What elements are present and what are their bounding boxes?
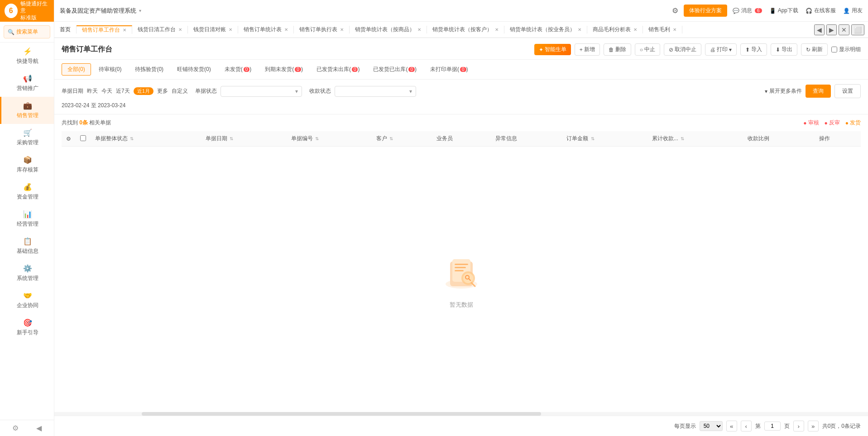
filter-tab-shipped-not-out[interactable]: 已发货未出库(0): [311, 63, 366, 76]
info-action-ship[interactable]: ●发货: [845, 119, 861, 127]
filter-tab-all[interactable]: 全部(0): [62, 63, 91, 76]
ai-btn[interactable]: ✦ 智能生单: [534, 44, 571, 55]
tab-close-all-btn[interactable]: ✕: [839, 24, 849, 35]
tab-sales-workbench[interactable]: 销售订单工作台✕: [77, 25, 132, 34]
tab-close-sales-exec[interactable]: ✕: [340, 27, 344, 32]
tab-sales-stats[interactable]: 销售订单统计表✕: [238, 26, 294, 33]
payment-select[interactable]: ▾: [335, 86, 416, 97]
sort-date-icon[interactable]: ⇅: [230, 136, 233, 141]
show-detail-checkbox[interactable]: 显示明细: [831, 46, 861, 53]
tab-maximize-btn[interactable]: ⬜: [851, 24, 864, 35]
per-page-select[interactable]: 50 20 100: [700, 421, 723, 431]
expand-btn[interactable]: ▾ 展开更多条件: [765, 87, 802, 95]
new-btn[interactable]: + 新增: [575, 43, 600, 56]
date-opt-近1月[interactable]: 近1月: [134, 87, 153, 95]
sidebar-item-system-mgmt[interactable]: ⚙️系统管理: [0, 260, 54, 287]
tab-next-btn[interactable]: ▶: [826, 24, 837, 35]
tab-prev-btn[interactable]: ◀: [814, 24, 825, 35]
import-btn[interactable]: ⬆ 导入: [740, 43, 767, 56]
date-opt-更多[interactable]: 更多: [157, 87, 168, 95]
filter-tab-wangpu-pending[interactable]: 旺铺待发货(0): [171, 63, 217, 76]
tab-close-sales-summary-customer[interactable]: ✕: [495, 27, 499, 32]
sidebar-item-basic-info[interactable]: 📋基础信息: [0, 232, 54, 260]
sort-amount-icon[interactable]: ⇅: [591, 136, 595, 141]
filter-tab-not-shipped[interactable]: 未发货(0): [219, 63, 258, 76]
delete-btn[interactable]: 🗑 删除: [604, 43, 631, 56]
next-page-btn[interactable]: ›: [793, 421, 804, 431]
first-page-btn[interactable]: «: [726, 421, 737, 431]
suspend-btn[interactable]: ○ 中止: [635, 43, 660, 56]
online-service-item[interactable]: 🎧 在线客服: [806, 7, 836, 14]
industry-btn[interactable]: 体验行业方案: [684, 5, 727, 17]
search-menu-button[interactable]: 🔍 搜索菜单: [4, 25, 50, 38]
sidebar-item-quick-nav[interactable]: ⚡快捷导航: [0, 43, 54, 70]
settings-btn[interactable]: 设置: [834, 84, 861, 98]
date-opt-自定义[interactable]: 自定义: [172, 87, 188, 95]
tab-sales-summary-product[interactable]: 销货单统计表（按商品）✕: [350, 26, 427, 33]
date-opt-昨天[interactable]: 昨天: [87, 87, 98, 95]
tab-home[interactable]: 首页: [54, 26, 77, 33]
filter-tab-expired-not-shipped[interactable]: 到期未发货(0): [259, 63, 309, 76]
sidebar-item-sales-mgmt[interactable]: 💼销售管理: [0, 97, 54, 124]
tab-close-cash-reconcile[interactable]: ✕: [229, 27, 232, 32]
print-btn[interactable]: 🖨 打印 ▾: [705, 43, 737, 56]
tab-sales-exec[interactable]: 销售订单执行表✕: [294, 26, 350, 33]
refresh-btn[interactable]: ↻ 刷新: [801, 43, 828, 56]
app-download-item[interactable]: 📱 App下载: [769, 7, 798, 14]
sort-number-icon[interactable]: ⇅: [315, 136, 319, 141]
topbar-settings-icon[interactable]: ⚙: [672, 6, 678, 15]
status-select[interactable]: ▾: [221, 86, 302, 97]
tab-close-gross-margin[interactable]: ✕: [633, 27, 637, 32]
user-item[interactable]: 👤 用友: [843, 7, 863, 14]
query-btn[interactable]: 查询: [806, 85, 831, 98]
scrollbar-track[interactable]: [62, 412, 861, 416]
sidebar-item-inventory[interactable]: 📦库存核算: [0, 151, 54, 178]
date-opt-近7天[interactable]: 近7天: [116, 87, 130, 95]
collapse-icon[interactable]: ◀: [36, 424, 42, 432]
column-settings-icon[interactable]: ⚙: [66, 136, 71, 142]
sidebar-item-finance-mgmt[interactable]: 💰资金管理: [0, 178, 54, 205]
sort-accumulated-icon[interactable]: ⇅: [681, 136, 684, 141]
tab-close-sales-workbench[interactable]: ✕: [123, 28, 126, 33]
filter-tab-pending-inspect[interactable]: 待拣验货(0): [129, 63, 169, 76]
empty-icon: [439, 250, 484, 295]
sidebar-item-operations-mgmt[interactable]: 📊经营管理: [0, 205, 54, 232]
tab-cash-reconcile[interactable]: 钱货日清对账✕: [188, 26, 238, 33]
prev-page-btn[interactable]: ‹: [741, 421, 752, 431]
info-action-review[interactable]: ●审核: [803, 119, 819, 127]
scrollbar-thumb[interactable]: [142, 412, 542, 416]
select-all-checkbox[interactable]: [80, 135, 86, 141]
message-item[interactable]: 💬 消息 6: [733, 7, 762, 14]
tab-sales-summary-customer[interactable]: 销货单统计表（按客户）✕: [427, 26, 504, 33]
tab-close-sales-summary-staff[interactable]: ✕: [578, 27, 581, 32]
sidebar-item-marketing-promo[interactable]: 📢营销推广: [0, 70, 54, 97]
tab-close-sales-profit[interactable]: ✕: [673, 27, 676, 32]
tab-gross-margin[interactable]: 商品毛利分析表✕: [587, 26, 643, 33]
page-input[interactable]: [764, 422, 781, 431]
cancel-suspend-btn[interactable]: ⊘ 取消中止: [664, 43, 701, 56]
export-btn[interactable]: ⬇ 导出: [771, 43, 797, 56]
dropdown-arrow-icon[interactable]: ▾: [139, 8, 141, 13]
settings-bottom-icon[interactable]: ⚙: [12, 424, 19, 432]
info-action-anti-review[interactable]: ●反审: [825, 119, 840, 127]
last-page-btn[interactable]: »: [808, 421, 819, 431]
sidebar-item-beginner-guide[interactable]: 🎯新手引导: [0, 314, 54, 341]
date-opt-今天[interactable]: 今天: [101, 87, 112, 95]
star-icon: ✦: [539, 47, 543, 53]
tab-sales-summary-staff[interactable]: 销货单统计表（按业务员）✕: [504, 26, 587, 33]
tab-close-sales-summary-product[interactable]: ✕: [417, 27, 421, 32]
tab-sales-profit[interactable]: 销售毛利✕: [643, 26, 682, 33]
tab-close-cash-daily[interactable]: ✕: [178, 27, 182, 32]
tab-cash-daily[interactable]: 钱货日清工作台✕: [132, 26, 188, 33]
sidebar-item-purchase-mgmt[interactable]: 🛒采购管理: [0, 124, 54, 151]
sidebar-item-enterprise-coop[interactable]: 🤝企业协同: [0, 287, 54, 314]
filter-tab-pending-review[interactable]: 待审核(0): [93, 63, 128, 76]
show-detail-input[interactable]: [831, 47, 837, 52]
tab-close-sales-stats[interactable]: ✕: [284, 27, 288, 32]
svg-rect-4: [455, 267, 466, 268]
filter-tab-not-printed[interactable]: 未打印单据(0): [424, 63, 474, 76]
sort-customer-icon[interactable]: ⇅: [389, 136, 393, 141]
th-date: 单据日期 ⇅: [201, 131, 286, 147]
filter-tab-shipped-out[interactable]: 已发货已出库(0): [367, 63, 422, 76]
sort-status-icon[interactable]: ⇅: [130, 136, 134, 141]
